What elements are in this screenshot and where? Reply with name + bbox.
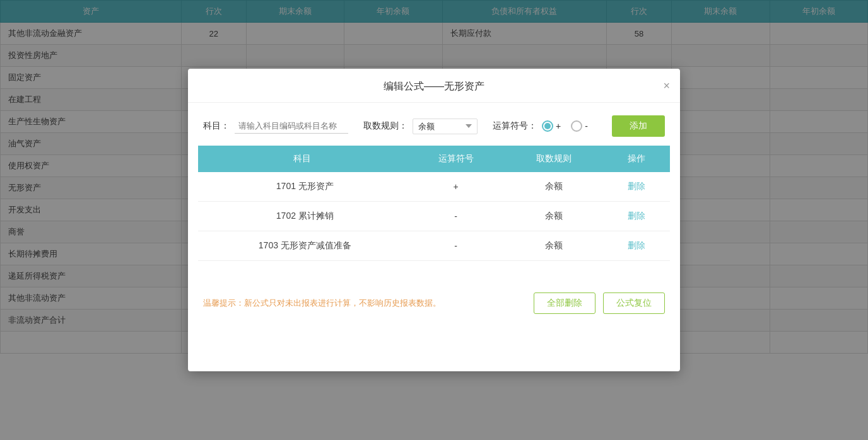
operator-minus-radio[interactable]: -: [571, 120, 588, 132]
radio-minus-circle: [571, 120, 582, 132]
radio-plus-circle: [542, 120, 553, 132]
table-header-row: 科目 运算符号 取数规则 操作: [198, 146, 670, 172]
th-rule: 取数规则: [505, 146, 603, 172]
rule-select-wrap: 余额 借方发生额 贷方发生额: [413, 119, 478, 134]
modal-overlay: 编辑公式——无形资产 × 科目： 取数规则： 余额 借方发生额 贷方发生额: [0, 0, 868, 440]
modal-footer: 温馨提示：新公式只对未出报表进行计算，不影响历史报表数据。 全部删除 公式复位: [188, 280, 680, 320]
table-row: 1701 无形资产+余额删除: [198, 172, 670, 202]
formula-table-body: 1701 无形资产+余额删除1702 累计摊销-余额删除1703 无形资产减值准…: [198, 172, 670, 261]
formula-rule: 余额: [505, 172, 603, 202]
reset-formula-button[interactable]: 公式复位: [603, 292, 665, 314]
delete-link[interactable]: 删除: [628, 211, 645, 221]
formula-operator: -: [407, 231, 505, 261]
formula-operator: +: [407, 172, 505, 202]
subject-field: 科目：: [203, 119, 348, 134]
rule-field: 取数规则： 余额 借方发生额 贷方发生额: [363, 119, 478, 134]
footer-buttons: 全部删除 公式复位: [534, 292, 665, 314]
formula-rule: 余额: [505, 231, 603, 261]
add-button[interactable]: 添加: [612, 115, 665, 137]
operator-minus-label: -: [585, 121, 588, 131]
operator-plus-label: +: [556, 121, 561, 131]
formula-form-row: 科目： 取数规则： 余额 借方发生额 贷方发生额 运算符号：: [188, 103, 680, 146]
formula-subject: 1702 累计摊销: [198, 202, 407, 231]
delete-link[interactable]: 删除: [628, 181, 645, 191]
formula-subject: 1701 无形资产: [198, 172, 407, 202]
footer-hint: 温馨提示：新公式只对未出报表进行计算，不影响历史报表数据。: [203, 298, 441, 309]
rule-select[interactable]: 余额 借方发生额 贷方发生额: [413, 119, 478, 134]
table-row: 1702 累计摊销-余额删除: [198, 202, 670, 231]
th-subject: 科目: [198, 146, 407, 172]
modal-header: 编辑公式——无形资产 ×: [188, 69, 680, 103]
formula-action: 删除: [603, 172, 670, 202]
operator-plus-radio[interactable]: +: [542, 120, 561, 132]
rule-label: 取数规则：: [363, 120, 408, 132]
formula-operator: -: [407, 202, 505, 231]
subject-label: 科目：: [203, 120, 230, 132]
operator-label: 运算符号：: [493, 120, 537, 132]
formula-rule: 余额: [505, 202, 603, 231]
subject-input[interactable]: [235, 119, 348, 134]
formula-table: 科目 运算符号 取数规则 操作 1701 无形资产+余额删除1702 累计摊销-…: [198, 146, 670, 261]
table-row: 1703 无形资产减值准备-余额删除: [198, 231, 670, 261]
modal-close-button[interactable]: ×: [663, 80, 670, 91]
formula-action: 删除: [603, 202, 670, 231]
edit-formula-modal: 编辑公式——无形资产 × 科目： 取数规则： 余额 借方发生额 贷方发生额: [188, 69, 680, 371]
formula-table-wrap: 科目 运算符号 取数规则 操作 1701 无形资产+余额删除1702 累计摊销-…: [188, 146, 680, 261]
operator-radio-group: + -: [542, 120, 588, 132]
delete-link[interactable]: 删除: [628, 240, 645, 250]
modal-title: 编辑公式——无形资产: [384, 81, 484, 91]
th-action: 操作: [603, 146, 670, 172]
formula-action: 删除: [603, 231, 670, 261]
page-container: 资产 行次 期末余额 年初余额 负债和所有者权益 行次 期末余额 年初余额 其他…: [0, 0, 868, 440]
delete-all-button[interactable]: 全部删除: [534, 292, 595, 314]
operator-field: 运算符号： + -: [493, 120, 588, 132]
formula-subject: 1703 无形资产减值准备: [198, 231, 407, 261]
th-operator: 运算符号: [407, 146, 505, 172]
